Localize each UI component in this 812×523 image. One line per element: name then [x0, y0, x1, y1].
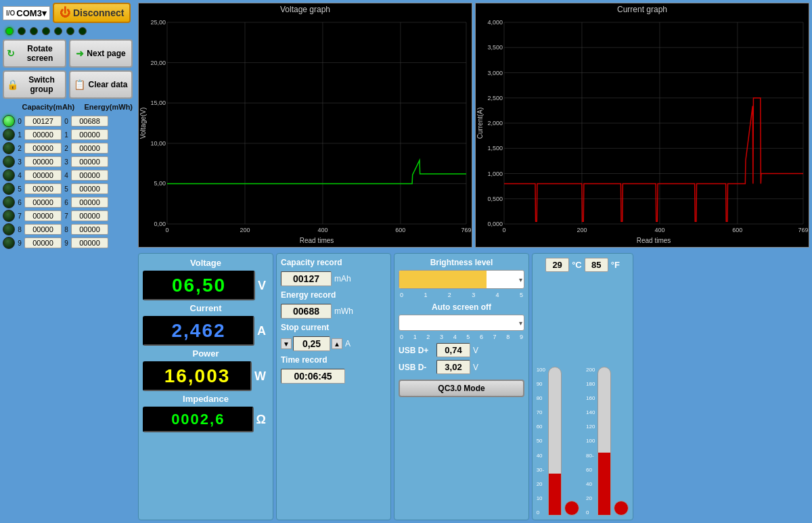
fahrenheit-input[interactable]	[585, 258, 608, 272]
ch-capacity-1[interactable]	[24, 129, 62, 140]
stop-row: ▼ ▲ A	[281, 336, 386, 351]
brightness-label: Brightness level	[399, 258, 524, 267]
channel-row-9: 9 9	[3, 237, 133, 249]
ch-capacity-9[interactable]	[24, 237, 62, 248]
ch-energy-3[interactable]	[71, 156, 108, 167]
fahrenheit-bulb	[614, 501, 629, 516]
ch-num-2: 2	[16, 145, 23, 152]
com-dropdown-arrow[interactable]: ▾	[42, 8, 47, 18]
switch-icon: 🔒	[7, 79, 18, 90]
voltage-display: 06,50	[143, 271, 255, 300]
switch-group-button[interactable]: 🔒 Switch group	[3, 70, 66, 99]
auto-screen-slider[interactable]: ▾	[399, 315, 524, 331]
ch-num-0: 0	[16, 118, 23, 125]
ch-capacity-4[interactable]	[24, 170, 62, 181]
ch-energy-7[interactable]	[71, 210, 108, 221]
celsius-labels: 100 90 80 70 60 50 40 30- 20 10 0	[537, 367, 545, 516]
ch-energy-num-6: 6	[63, 199, 70, 206]
ch-capacity-3[interactable]	[24, 156, 62, 167]
ch-energy-num-0: 0	[63, 118, 70, 125]
fahrenheit-unit: °F	[611, 260, 620, 270]
records-panel: Capacity record mAh Energy record mWh St…	[276, 253, 391, 520]
current-graph-inner	[476, 16, 809, 246]
energy-rec-unit: mWh	[334, 306, 353, 316]
disconnect-icon: ⏻	[60, 7, 70, 19]
ch-energy-6[interactable]	[71, 197, 108, 208]
ch-num-4: 4	[16, 172, 23, 179]
ch-capacity-6[interactable]	[24, 197, 62, 208]
stop-spin-up[interactable]: ▲	[332, 338, 342, 349]
indicator-2	[30, 27, 38, 35]
power-unit: W	[254, 369, 269, 384]
usb-dp-label: USB D+	[399, 346, 434, 355]
impedance-label: Impedance	[143, 394, 269, 404]
indicator-row	[3, 26, 133, 37]
com-select-box: I/O COM3 ▾	[3, 6, 50, 20]
ch-energy-9[interactable]	[71, 237, 108, 248]
brightness-slider[interactable]: ▾	[399, 270, 524, 289]
ch-energy-1[interactable]	[71, 129, 108, 140]
ch-energy-8[interactable]	[71, 224, 108, 235]
brightness-dropdown-arrow[interactable]: ▾	[519, 276, 522, 283]
voltage-row: 06,50 V	[143, 271, 269, 300]
usb-dp-value[interactable]	[436, 343, 470, 357]
current-label: Current	[143, 303, 269, 313]
ch-energy-0[interactable]	[71, 116, 108, 127]
indicator-6	[78, 27, 87, 35]
celsius-tube	[548, 367, 562, 516]
current-unit: A	[257, 324, 269, 338]
celsius-bulb	[564, 501, 579, 516]
com-port-value[interactable]: COM3	[16, 8, 42, 18]
ch-energy-num-5: 5	[63, 185, 70, 193]
usb-dp-row: USB D+ V	[399, 343, 524, 357]
ch-num-8: 8	[16, 226, 23, 233]
ch-capacity-8[interactable]	[24, 224, 62, 235]
time-rec-value[interactable]	[281, 369, 345, 384]
clear-data-button[interactable]: 📋 Clear data	[69, 70, 133, 99]
energy-rec-row: mWh	[281, 304, 386, 319]
next-page-button[interactable]: ➜ Next page	[69, 39, 133, 68]
qc-mode-button[interactable]: QC3.0 Mode	[399, 380, 524, 397]
rotate-screen-button[interactable]: ↻ Rotate screen	[3, 39, 66, 68]
voltage-unit: V	[258, 279, 269, 293]
ch-num-5: 5	[16, 185, 23, 193]
current-display: 2,462	[143, 316, 254, 346]
top-row: I/O COM3 ▾ ⏻ Disconnect	[3, 3, 133, 23]
stop-spin-down[interactable]: ▼	[281, 338, 292, 349]
usb-dm-unit: V	[473, 363, 478, 372]
ch-indicator-9	[3, 237, 15, 249]
ch-energy-5[interactable]	[71, 183, 108, 194]
time-rec-label: Time record	[281, 355, 386, 365]
channel-row-6: 6 6	[3, 196, 133, 208]
ch-energy-2[interactable]	[71, 143, 108, 154]
ch-capacity-2[interactable]	[24, 143, 62, 154]
channel-row-5: 5 5	[3, 183, 133, 195]
channel-row-1: 1 1	[3, 129, 133, 141]
celsius-input[interactable]	[545, 258, 569, 272]
graphs-row: Voltage graph Current graph	[135, 0, 812, 250]
ch-indicator-5	[3, 183, 15, 195]
energy-rec-value[interactable]	[281, 304, 332, 319]
ch-capacity-7[interactable]	[24, 210, 62, 221]
capacity-header: Capacity(mAh)	[22, 103, 75, 111]
usb-dm-value[interactable]	[436, 360, 470, 374]
fahrenheit-thermo: 200 180 160 140 120 100 80- 60 40 20 0	[586, 367, 629, 516]
ch-capacity-0[interactable]	[24, 116, 62, 127]
next-icon: ➜	[76, 48, 84, 59]
capacity-rec-value[interactable]	[281, 271, 332, 286]
capacity-rec-label: Capacity record	[281, 258, 386, 267]
measurements-panel: Voltage 06,50 V Current 2,462 A Power 16…	[138, 253, 273, 520]
ch-energy-num-1: 1	[63, 131, 70, 139]
channel-row-8: 8 8	[3, 223, 133, 235]
auto-dropdown-arrow[interactable]: ▾	[519, 319, 522, 327]
disconnect-button[interactable]: ⏻ Disconnect	[53, 3, 131, 23]
stop-value[interactable]	[293, 336, 330, 351]
ch-capacity-5[interactable]	[24, 183, 62, 194]
indicator-5	[66, 27, 74, 35]
ch-energy-4[interactable]	[71, 170, 108, 181]
auto-scale: 0 1 2 3 4 5 6 7 8 9	[399, 334, 524, 340]
thermometers-display: 100 90 80 70 60 50 40 30- 20 10 0	[537, 275, 629, 516]
ch-energy-num-3: 3	[63, 158, 70, 166]
ch-energy-num-8: 8	[63, 226, 70, 233]
power-label: Power	[143, 348, 269, 359]
